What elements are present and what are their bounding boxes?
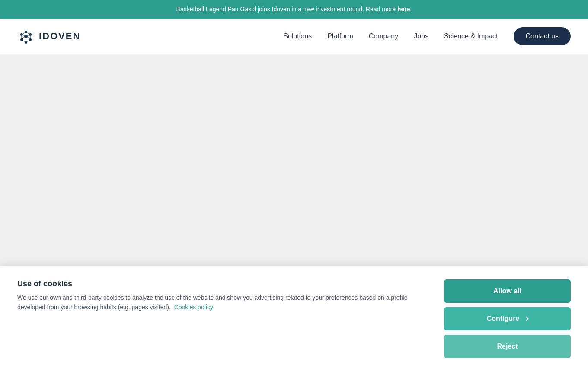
logo-icon: [17, 28, 35, 45]
nav-solutions[interactable]: Solutions: [283, 32, 312, 40]
cookie-text-section: Use of cookies We use our own and third-…: [17, 279, 427, 312]
svg-point-6: [24, 35, 28, 38]
announcement-period: .: [410, 6, 412, 13]
svg-line-16: [22, 40, 26, 42]
chevron-right-icon: [524, 316, 529, 321]
announcement-link[interactable]: here: [397, 6, 410, 13]
nav-science-impact[interactable]: Science & Impact: [444, 32, 498, 40]
svg-line-13: [26, 32, 30, 35]
cookies-policy-link[interactable]: Cookies policy: [174, 304, 213, 311]
cookie-description: We use our own and third-party cookies t…: [17, 293, 427, 312]
nav-platform[interactable]: Platform: [327, 32, 353, 40]
navbar: IDOVEN Solutions Platform Company Jobs S…: [0, 19, 588, 54]
svg-line-18: [22, 32, 26, 35]
svg-line-15: [26, 40, 30, 42]
svg-line-9: [28, 37, 30, 40]
contact-button[interactable]: Contact us: [514, 27, 571, 45]
configure-button[interactable]: Configure: [444, 307, 571, 330]
logo[interactable]: IDOVEN: [17, 28, 80, 45]
nav-jobs[interactable]: Jobs: [414, 32, 428, 40]
nav-company[interactable]: Company: [369, 32, 398, 40]
svg-line-11: [22, 37, 24, 40]
logo-text: IDOVEN: [39, 31, 80, 42]
cookie-title: Use of cookies: [17, 279, 427, 289]
announcement-text: Basketball Legend Pau Gasol joins Idoven…: [176, 6, 397, 13]
configure-button-label: Configure: [487, 315, 520, 323]
reject-button[interactable]: Reject: [444, 335, 571, 358]
nav-links: Solutions Platform Company Jobs Science …: [283, 27, 571, 45]
cookie-banner: Use of cookies We use our own and third-…: [0, 266, 588, 371]
cookie-buttons: Allow all Configure Reject: [444, 279, 571, 358]
announcement-bar: Basketball Legend Pau Gasol joins Idoven…: [0, 0, 588, 19]
allow-all-button[interactable]: Allow all: [444, 279, 571, 303]
